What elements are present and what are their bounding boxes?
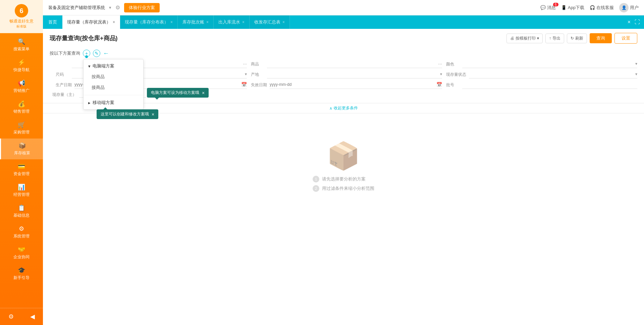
stock-status-input[interactable]	[469, 71, 635, 77]
print-btn[interactable]: 🖨 按模板打印 ▾	[506, 34, 543, 43]
message-icon: 💬	[540, 5, 546, 10]
sidebar-item-label: 基础信息	[13, 213, 30, 218]
tab-inventory-dist[interactable]: 现存量（库存分布表） ×	[120, 15, 178, 29]
sidebar-item-guide[interactable]: 🎓 新手引导	[0, 263, 43, 284]
origin-dropdown-icon[interactable]: ▾	[440, 72, 442, 76]
export-btn[interactable]: ↑ 导出	[545, 34, 564, 43]
color-dropdown-icon[interactable]: ▾	[635, 61, 637, 66]
sidebar-item-label: 采购管理	[13, 129, 30, 135]
topbar-gear-icon[interactable]: ⚙	[115, 4, 120, 11]
sidebar-item-purchase[interactable]: 🛒 采购管理	[0, 118, 43, 139]
empty-step-2: 2 用过滤条件来缩小分析范围	[313, 185, 374, 192]
online-support-btn[interactable]: 🎧 在线客服	[590, 5, 614, 11]
tab-close-icon[interactable]: ×	[113, 20, 115, 24]
warehouse-dots-icon[interactable]: ···	[243, 61, 247, 66]
sidebar-item-label: 库存核算	[14, 150, 30, 156]
chevron-right-icon: ▸	[88, 100, 91, 105]
expire-date-calendar-icon[interactable]: 📅	[436, 82, 442, 87]
tab-fullscreen-icon[interactable]: ⛶	[633, 18, 641, 26]
tab-label: 出入库流水	[218, 19, 240, 25]
sidebar-item-search-menu[interactable]: 🔍 搜索菜单	[0, 35, 43, 55]
app-download-btn[interactable]: 📱 App下载	[561, 5, 584, 11]
scheme-item-label: 接商品	[92, 85, 105, 91]
sidebar-item-label: 新手引导	[13, 275, 30, 281]
batch-no-input[interactable]	[462, 81, 637, 88]
collapse-label: 收起更多条件	[334, 105, 358, 111]
print-dropdown-icon: ▾	[537, 36, 539, 41]
sidebar-item-operation[interactable]: 📊 经营管理	[0, 180, 43, 201]
tabbar: 首页 现存量（库存状况表） × 现存量（库存分布表） × 库存批次账 × 出入库…	[43, 15, 644, 29]
settings-icon[interactable]: ⚙	[7, 312, 15, 322]
arrow-left-icon[interactable]: ←	[103, 50, 109, 57]
goods-input[interactable]	[267, 60, 438, 67]
search-btn[interactable]: 查询	[590, 33, 612, 43]
sidebar-item-system[interactable]: ⚙ 系统管理	[0, 222, 43, 242]
scheme-dropdown: ▾ 电脑端方案 按商品 接商品 ▸ 移	[83, 59, 144, 110]
add-scheme-btn[interactable]: +	[83, 50, 90, 57]
field-label-origin: 产地	[251, 72, 264, 77]
scheme-item-by-goods2[interactable]: 接商品	[84, 82, 143, 93]
reset-btn[interactable]: 设置	[614, 33, 637, 44]
expire-date-input[interactable]	[270, 81, 435, 88]
sidebar-item-quick-nav[interactable]: ⚡ 快捷导航	[0, 55, 43, 76]
message-btn[interactable]: 💬 消息 6	[540, 5, 556, 11]
tab-close-icon[interactable]: ×	[206, 20, 209, 24]
tab-inventory-status[interactable]: 现存量（库存状况表） ×	[62, 15, 120, 29]
sidebar-item-label: 营销推广	[13, 88, 30, 94]
size-dropdown-icon[interactable]: ▾	[245, 72, 247, 76]
scheme-group-mobile: ▸ 移动端方案	[84, 96, 143, 109]
sidebar-item-base[interactable]: 📋 基础信息	[0, 201, 43, 222]
tab-close-icon[interactable]: ×	[282, 20, 285, 24]
sidebar-item-label: 经营管理	[13, 192, 30, 198]
topbar: 装备及固定资产辅助管理系统 ▾ ⚙ 体验行业方案 💬 消息 6 📱 App下载 …	[43, 0, 644, 15]
tooltip-text-1: 电脑方案可设为移动方案哦	[151, 90, 199, 96]
tab-label: 库存批次账	[182, 19, 204, 25]
system-select-arrow[interactable]: ▾	[109, 5, 111, 10]
collapse-icon[interactable]: ◀	[29, 312, 36, 322]
scheme-group-text: 电脑端方案	[93, 63, 114, 69]
tab-home[interactable]: 首页	[43, 15, 62, 29]
refresh-btn[interactable]: ↻ 刷新	[567, 34, 587, 43]
user-btn[interactable]: 👤 用户	[619, 3, 639, 12]
sidebar-item-enterprise[interactable]: 🤝 企业协同	[0, 242, 43, 263]
inventory-icon: 📦	[18, 142, 26, 149]
tab-close-icon[interactable]: ×	[170, 20, 173, 24]
sidebar-item-finance[interactable]: 💳 资金管理	[0, 159, 43, 180]
step-label-2: 用过滤条件来缩小分析范围	[322, 185, 374, 192]
scheme-item-by-goods[interactable]: 按商品	[84, 71, 143, 82]
tab-label: 现存量（库存分布表）	[125, 19, 168, 25]
page-header: 现存量查询(按仓库+商品) 🖨 按模板打印 ▾ ↑ 导出 ↻ 刷新 查询 设置	[43, 29, 644, 46]
tab-close-all-icon[interactable]: ×	[626, 18, 632, 26]
goods-dots-icon[interactable]: ···	[438, 61, 442, 66]
tab-close-icon[interactable]: ×	[242, 20, 245, 24]
sidebar-item-label: 企业协同	[13, 254, 30, 260]
sidebar-item-label: 快捷导航	[13, 67, 30, 73]
sidebar-item-inventory[interactable]: 📦 库存核算	[0, 139, 43, 159]
tab-inout-flow[interactable]: 出入库流水 ×	[214, 15, 250, 29]
origin-input[interactable]	[267, 71, 440, 77]
filter-section: 按以下方案查询 + ✎ ← ▾ 电脑端方案 按商品	[43, 46, 644, 113]
tooltip-close-2[interactable]: ×	[152, 112, 154, 117]
field-label-stock-main: 现存量（主）	[52, 92, 76, 98]
scheme-group-text: 移动端方案	[93, 100, 114, 106]
color-input[interactable]	[462, 60, 635, 67]
tab-label: 现存量（库存状况表）	[67, 19, 111, 25]
trial-btn[interactable]: 体验行业方案	[124, 3, 160, 12]
tab-batch-account[interactable]: 库存批次账 ×	[178, 15, 214, 29]
sales-icon: 💰	[18, 100, 25, 108]
scheme-group-label-mobile: ▸ 移动端方案	[84, 97, 143, 108]
tooltip-close-1[interactable]: ×	[202, 90, 205, 96]
guide-icon: 🎓	[18, 267, 25, 274]
edit-scheme-btn[interactable]: ✎	[93, 50, 100, 57]
filter-field-origin: 产地 ▾	[251, 71, 442, 78]
sidebar-item-label: 资金管理	[13, 171, 30, 177]
produce-date-calendar-icon[interactable]: 📅	[241, 82, 247, 87]
stock-status-dropdown-icon[interactable]: ▾	[635, 72, 637, 76]
step-num-1: 1	[313, 176, 319, 182]
export-icon: ↑	[549, 36, 551, 41]
scheme-group-label-pc: ▾ 电脑端方案	[84, 61, 143, 71]
sidebar-item-marketing[interactable]: 📢 营销推广	[0, 76, 43, 97]
tab-receive-summary[interactable]: 收发存汇总表 ×	[250, 15, 290, 29]
tooltip-callout-2: 这里可以创建和修改方案哦 ×	[97, 109, 158, 119]
sidebar-item-sales[interactable]: 💰 销售管理	[0, 97, 43, 118]
